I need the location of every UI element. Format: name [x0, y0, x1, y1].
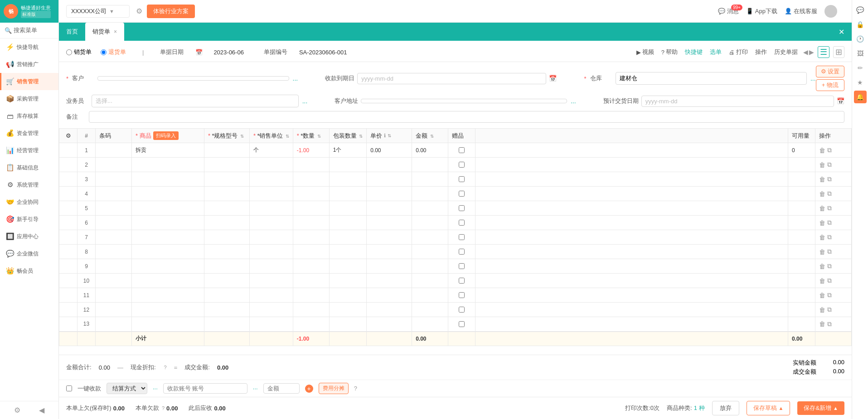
row-product-cell[interactable] [132, 230, 204, 245]
spec-sort-icon[interactable]: ⇅ [240, 134, 244, 139]
payment-amount-input[interactable] [263, 383, 300, 394]
warehouse-input[interactable]: 建材仓 [616, 72, 807, 85]
row-copy-icon[interactable]: ⧉ [827, 306, 832, 313]
row-price-cell[interactable]: 0.00 [367, 143, 412, 158]
message-btn[interactable]: 💬 消息 99+ [718, 7, 739, 15]
row-amount-cell[interactable] [412, 201, 448, 216]
row-product-cell[interactable] [132, 158, 204, 172]
sidebar-item-system[interactable]: ⚙ 系统管理 [0, 176, 58, 193]
row-price-cell[interactable] [367, 158, 412, 172]
row-unit-cell[interactable] [250, 216, 293, 230]
expected-date-calendar-icon[interactable]: 📅 [837, 97, 844, 105]
customer-input[interactable] [97, 76, 289, 81]
sidebar-item-quicknav[interactable]: ⚡ 快捷导航 [0, 39, 58, 56]
save-new-btn[interactable]: 保存&新增 ▲ [797, 401, 844, 415]
amount-sort-icon[interactable]: ⇅ [430, 134, 434, 139]
receipt-date-input[interactable]: yyyy-mm-dd [357, 73, 546, 84]
video-btn[interactable]: ▶ 视频 [635, 47, 656, 57]
shortcut-btn[interactable]: 快捷键 [683, 47, 704, 57]
row-pkgqty-cell[interactable] [329, 187, 366, 201]
debt-info-icon[interactable]: ? [162, 405, 165, 411]
row-copy-icon[interactable]: ⧉ [827, 204, 832, 212]
row-qty-cell[interactable] [293, 172, 329, 187]
right-panel-history-icon[interactable]: 🕐 [854, 33, 867, 45]
row-barcode-cell[interactable] [96, 288, 132, 303]
row-delete-icon[interactable]: 🗑 [819, 234, 825, 241]
account-dots[interactable]: ··· [253, 385, 258, 392]
row-product-cell[interactable] [132, 216, 204, 230]
row-pkgqty-cell[interactable] [329, 230, 366, 245]
row-price-cell[interactable] [367, 317, 412, 332]
row-delete-icon[interactable]: 🗑 [819, 190, 825, 197]
choose-btn[interactable]: 选单 [708, 47, 723, 57]
row-pkgqty-cell[interactable] [329, 274, 366, 288]
one-click-checkbox[interactable] [66, 385, 72, 391]
row-gift-cell[interactable] [448, 288, 475, 303]
row-delete-icon[interactable]: 🗑 [819, 161, 825, 169]
operate-btn[interactable]: 操作 [753, 47, 769, 57]
right-panel-edit-icon[interactable]: ✏ [854, 62, 867, 74]
row-qty-cell[interactable] [293, 259, 329, 274]
user-avatar[interactable] [824, 5, 837, 18]
row-barcode-cell[interactable] [96, 274, 132, 288]
row-barcode-cell[interactable] [96, 230, 132, 245]
sidebar-item-basic[interactable]: 📋 基础信息 [0, 159, 58, 176]
row-gift-cell[interactable] [448, 245, 475, 259]
row-copy-icon[interactable]: ⧉ [827, 161, 832, 169]
row-amount-cell[interactable] [412, 216, 448, 230]
row-delete-icon[interactable]: 🗑 [819, 306, 825, 313]
sidebar-item-wechat[interactable]: 💬 企业微信 [0, 245, 58, 262]
row-qty-cell[interactable] [293, 288, 329, 303]
row-unit-cell[interactable] [250, 187, 293, 201]
row-unit-cell[interactable] [250, 274, 293, 288]
row-spec-cell[interactable] [204, 288, 250, 303]
row-amount-cell[interactable] [412, 317, 448, 332]
row-pkgqty-cell[interactable] [329, 201, 366, 216]
sidebar-item-operations[interactable]: 📊 经营管理 [0, 142, 58, 159]
payment-method-select[interactable]: 结算方式 [107, 383, 147, 394]
tab-home[interactable]: 首页 [59, 23, 85, 41]
customer-addr-dots[interactable]: ... [571, 97, 576, 105]
settings-btn[interactable]: ⚙ 设置 [816, 66, 844, 77]
app-download-btn[interactable]: 📱 App下载 [746, 7, 777, 15]
row-gift-cell[interactable] [448, 158, 475, 172]
row-copy-icon[interactable]: ⧉ [827, 248, 832, 255]
logistics-btn[interactable]: + 物流 [816, 79, 844, 91]
row-amount-cell[interactable] [412, 259, 448, 274]
row-gift-cell[interactable] [448, 201, 475, 216]
radio-return[interactable]: 退货单 [101, 48, 126, 56]
row-qty-cell[interactable] [293, 317, 329, 332]
row-unit-cell[interactable] [250, 288, 293, 303]
row-copy-icon[interactable]: ⧉ [827, 291, 832, 299]
sidebar-item-enterprise[interactable]: 🤝 企业协同 [0, 193, 58, 211]
row-spec-cell[interactable] [204, 245, 250, 259]
sidebar-item-member[interactable]: 👑 畅会员 [0, 262, 58, 279]
th-settings[interactable]: ⚙ [59, 129, 78, 143]
row-unit-cell[interactable]: 个 [250, 143, 293, 158]
row-price-cell[interactable] [367, 303, 412, 317]
row-barcode-cell[interactable] [96, 303, 132, 317]
row-qty-cell[interactable] [293, 230, 329, 245]
row-amount-cell[interactable] [412, 158, 448, 172]
right-panel-star-icon[interactable]: ★ [854, 76, 867, 89]
row-delete-icon[interactable]: 🗑 [819, 320, 825, 327]
row-spec-cell[interactable] [204, 172, 250, 187]
row-price-cell[interactable] [367, 230, 412, 245]
product-count[interactable]: 1 种 [694, 404, 705, 412]
row-gift-cell[interactable] [448, 172, 475, 187]
row-price-cell[interactable] [367, 172, 412, 187]
tab-close-icon[interactable]: × [114, 29, 117, 35]
expected-date-input[interactable]: yyyy-mm-dd [641, 96, 834, 107]
row-delete-icon[interactable]: 🗑 [819, 248, 825, 255]
row-copy-icon[interactable]: ⧉ [827, 233, 832, 241]
sidebar-item-newbie[interactable]: 🎯 新手引导 [0, 211, 58, 228]
row-spec-cell[interactable] [204, 143, 250, 158]
customer-dots[interactable]: ... [293, 75, 298, 82]
row-copy-icon[interactable]: ⧉ [827, 219, 832, 226]
row-qty-cell[interactable]: -1.00 [293, 143, 329, 158]
row-barcode-cell[interactable] [96, 187, 132, 201]
row-gift-cell[interactable] [448, 303, 475, 317]
sidebar-settings-btn[interactable]: ⚙ [14, 406, 20, 414]
row-spec-cell[interactable] [204, 303, 250, 317]
sidebar-search[interactable]: 🔍 搜索菜单 [0, 23, 58, 39]
